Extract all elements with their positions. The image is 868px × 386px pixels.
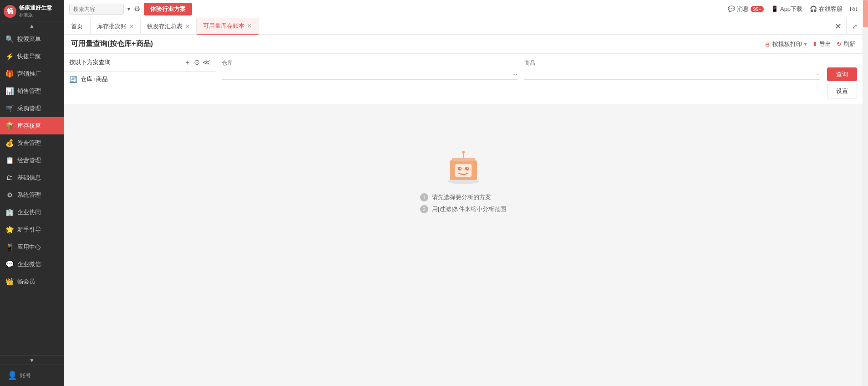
tabs-bar: 首页库存批次账✕收发存汇总表✕可用量库存账本✕ ✕ ⤢ bbox=[64, 18, 863, 35]
app-download-label: App下载 bbox=[780, 5, 802, 13]
tab-expand-btn[interactable]: ⤢ bbox=[846, 18, 863, 35]
sidebar-scroll-up[interactable]: ▲ bbox=[0, 21, 64, 31]
print-dropdown-icon: ▾ bbox=[804, 41, 807, 47]
app-download-btn[interactable]: 📱 App下载 bbox=[771, 5, 802, 13]
sidebar-item-label-marketing: 营销推广 bbox=[17, 70, 41, 78]
search-icon: 🔍 bbox=[5, 35, 14, 43]
sidebar-logo: 畅 畅康通好生意 标准版 bbox=[4, 5, 60, 18]
page-title: 可用量查询(按仓库+商品) bbox=[71, 39, 153, 49]
marketing-icon: 🎁 bbox=[5, 70, 14, 78]
export-btn[interactable]: ⬆ 导出 bbox=[812, 40, 831, 48]
newbie-icon: 🌟 bbox=[5, 226, 14, 234]
query-scheme-title: 按以下方案查询 bbox=[69, 58, 111, 67]
trial-industry-btn[interactable]: 体验行业方案 bbox=[144, 3, 192, 15]
manage-scheme-btn[interactable]: ⊙ bbox=[194, 59, 200, 66]
collapse-scheme-btn[interactable]: ≪ bbox=[203, 59, 210, 66]
export-icon: ⬆ bbox=[812, 41, 817, 47]
sidebar-item-label-shortcut: 快捷导航 bbox=[17, 52, 41, 61]
tab-home[interactable]: 首页 bbox=[64, 18, 91, 35]
sidebar-item-member[interactable]: 👑 畅会员 bbox=[0, 273, 64, 290]
sidebar-item-label-wechat: 企业微信 bbox=[17, 260, 41, 268]
tabs-bar-actions: ✕ ⤢ bbox=[830, 18, 863, 35]
user-icon: 👤 bbox=[7, 371, 17, 381]
empty-hints: 1 请先选择要分析的方案 2 用[过滤]条件来缩小分析范围 bbox=[420, 193, 506, 213]
shortcut-icon: ⚡ bbox=[5, 52, 14, 61]
wechat-icon: 💬 bbox=[5, 260, 14, 268]
scrollbar-thumb bbox=[863, 0, 868, 27]
topbar-actions: 💬 消息 99+ 📱 App下载 🎧 在线客服 Rit bbox=[728, 5, 857, 13]
tab-close-available-ledger[interactable]: ✕ bbox=[247, 23, 252, 29]
sidebar-user[interactable]: 👤 账号 bbox=[4, 369, 60, 382]
topbar-dropdown-btn[interactable]: ▾ bbox=[127, 6, 130, 12]
message-label: 消息 bbox=[737, 5, 749, 13]
sidebar-item-search[interactable]: 🔍 搜索菜单 bbox=[0, 31, 64, 48]
sidebar-item-system[interactable]: ⚙ 系统管理 bbox=[0, 186, 64, 204]
topbar-gear-btn[interactable]: ⚙ bbox=[134, 5, 140, 13]
warehouse-field: 仓库 ··· bbox=[222, 59, 517, 80]
warehouse-input[interactable] bbox=[222, 71, 510, 77]
sidebar-item-enterprise[interactable]: 🏢 企业协同 bbox=[0, 204, 64, 221]
refresh-btn[interactable]: ↻ 刷新 bbox=[837, 40, 855, 48]
member-icon: 👑 bbox=[5, 278, 14, 286]
topbar-search-input[interactable] bbox=[69, 4, 124, 15]
page-header: 可用量查询(按仓库+商品) 🖨 按模板打印 ▾ ⬆ 导出 ↻ 刷新 bbox=[64, 35, 863, 54]
query-scheme-header: 按以下方案查询 ＋ ⊙ ≪ bbox=[64, 54, 216, 72]
sidebar-item-operation[interactable]: 📋 经营管理 bbox=[0, 152, 64, 169]
sidebar-item-finance[interactable]: 💰 资金管理 bbox=[0, 134, 64, 152]
sales-icon: 📊 bbox=[5, 87, 14, 95]
sidebar-item-sales[interactable]: 📊 销售管理 bbox=[0, 82, 64, 100]
user-info-btn[interactable]: Rit bbox=[850, 5, 857, 12]
print-icon: 🖨 bbox=[765, 41, 771, 47]
online-service-label: 在线客服 bbox=[819, 5, 843, 13]
sidebar-header: 畅 畅康通好生意 标准版 bbox=[0, 0, 64, 21]
hint-item-1: 1 请先选择要分析的方案 bbox=[420, 193, 506, 201]
settings-btn[interactable]: 设置 bbox=[827, 84, 857, 98]
tab-batch-ledger[interactable]: 库存批次账✕ bbox=[91, 18, 141, 35]
tab-recv-summary[interactable]: 收发存汇总表✕ bbox=[141, 18, 197, 35]
sidebar-item-label-system: 系统管理 bbox=[17, 191, 41, 199]
right-scrollbar[interactable] bbox=[863, 0, 868, 386]
sidebar-item-basic[interactable]: 🗂 基础信息 bbox=[0, 169, 64, 186]
tab-label-recv-summary: 收发存汇总表 bbox=[147, 22, 183, 31]
main-content: ▾ ⚙ 体验行业方案 💬 消息 99+ 📱 App下载 🎧 在线客服 bbox=[64, 0, 863, 386]
tab-close-recv-summary[interactable]: ✕ bbox=[185, 23, 190, 30]
tab-close-all-btn[interactable]: ✕ bbox=[830, 18, 846, 35]
sidebar: 畅 畅康通好生意 标准版 ▲ 🔍 搜索菜单 ⚡ 快捷导航 🎁 营销推广 📊 销售… bbox=[0, 0, 64, 386]
sidebar-item-marketing[interactable]: 🎁 营销推广 bbox=[0, 65, 64, 82]
sidebar-item-shortcut[interactable]: ⚡ 快捷导航 bbox=[0, 48, 64, 65]
scheme-label: 仓库+商品 bbox=[81, 75, 108, 83]
logo-icon: 畅 bbox=[4, 5, 16, 18]
add-scheme-btn[interactable]: ＋ bbox=[184, 59, 191, 66]
sidebar-item-newbie[interactable]: 🌟 新手引导 bbox=[0, 221, 64, 238]
print-btn[interactable]: 🖨 按模板打印 ▾ bbox=[765, 40, 807, 48]
query-btn[interactable]: 查询 bbox=[827, 67, 857, 81]
message-btn[interactable]: 💬 消息 99+ bbox=[728, 5, 764, 13]
sidebar-item-wechat[interactable]: 💬 企业微信 bbox=[0, 256, 64, 273]
sidebar-scroll-down[interactable]: ▼ bbox=[0, 355, 64, 365]
tab-available-ledger[interactable]: 可用量库存账本✕ bbox=[197, 18, 259, 35]
logo-sub: 标准版 bbox=[19, 12, 52, 18]
warehouse-more-btn[interactable]: ··· bbox=[513, 71, 517, 77]
warehouse-input-wrapper: ··· bbox=[222, 69, 517, 80]
svg-point-7 bbox=[467, 168, 468, 169]
sidebar-item-purchase[interactable]: 🛒 采购管理 bbox=[0, 100, 64, 117]
enterprise-icon: 🏢 bbox=[5, 208, 14, 216]
product-input-wrapper: ··· bbox=[524, 69, 820, 80]
purchase-icon: 🛒 bbox=[5, 104, 14, 113]
sidebar-item-label-purchase: 采购管理 bbox=[17, 104, 41, 113]
product-field: 商品 ··· bbox=[524, 59, 820, 80]
sidebar-item-label-basic: 基础信息 bbox=[17, 174, 41, 182]
hint-text-2: 用[过滤]条件来缩小分析范围 bbox=[432, 205, 506, 213]
sidebar-item-inventory[interactable]: 📦 库存核算 bbox=[0, 117, 64, 134]
tab-close-batch-ledger[interactable]: ✕ bbox=[129, 23, 134, 30]
online-service-btn[interactable]: 🎧 在线客服 bbox=[810, 5, 843, 13]
sidebar-item-label-member: 畅会员 bbox=[17, 278, 35, 286]
page-header-actions: 🖨 按模板打印 ▾ ⬆ 导出 ↻ 刷新 bbox=[765, 40, 855, 48]
sidebar-item-label-search: 搜索菜单 bbox=[17, 35, 41, 43]
product-input[interactable] bbox=[524, 71, 812, 77]
query-section: 按以下方案查询 ＋ ⊙ ≪ 🔄 仓库+商品 仓 bbox=[64, 54, 863, 104]
tab-label-batch-ledger: 库存批次账 bbox=[97, 22, 127, 31]
sidebar-item-apps[interactable]: 📱 应用中心 bbox=[0, 238, 64, 256]
scheme-item-warehouse-product[interactable]: 🔄 仓库+商品 bbox=[64, 72, 216, 87]
product-more-btn[interactable]: ··· bbox=[815, 71, 820, 77]
